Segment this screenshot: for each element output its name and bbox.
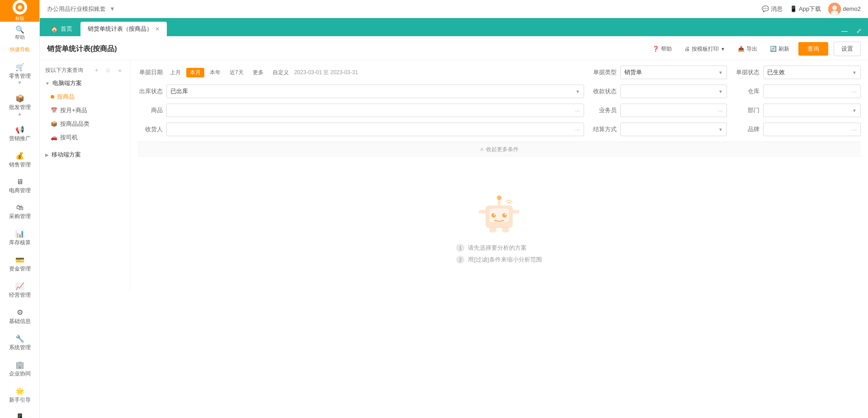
brand-group: 品牌 ··· (734, 123, 861, 136)
page-actions: ❓ 帮助 🖨 按模板打印 ▼ 📤 导出 🔄 刷新 (649, 42, 861, 56)
quick-nav[interactable]: 快捷导航 (0, 44, 39, 55)
warehouse-ellipsis[interactable]: ··· (852, 88, 857, 95)
sidebar-item-marketing[interactable]: 📢 营销推广 (0, 121, 39, 147)
sidebar-item-basic[interactable]: ⚙ 基础信息 (0, 304, 39, 330)
receiver-ellipsis[interactable]: ··· (575, 126, 580, 133)
empty-state: 1 请先选择要分析的方案 2 用[过滤]条件来缩小分析范围 (130, 162, 868, 291)
receiver-label: 收货人 (137, 125, 163, 133)
template-print-btn[interactable]: 🖨 按模板打印 ▼ (681, 43, 729, 55)
sidebar-action-icons: ＋ ☆ « (92, 66, 124, 75)
warehouse-group: 仓库 ··· (734, 85, 861, 98)
salesperson-ellipsis[interactable]: ··· (718, 107, 723, 114)
sidebar-item-operations[interactable]: 📈 经营管理 (0, 277, 39, 304)
refresh-icon: 🔄 (770, 46, 777, 52)
tab-report[interactable]: 销货单统计表（按商品） ✕ (80, 22, 167, 36)
settings-btn[interactable]: 设置 (834, 42, 861, 56)
header-left: 办公用品行业模拟账套 ▼ (47, 5, 115, 13)
sidebar-item-enterprise[interactable]: 🏢 企业协同 (0, 356, 39, 382)
shortcut-more[interactable]: 更多 (249, 68, 267, 77)
dropdown-arrow[interactable]: ▼ (109, 5, 115, 12)
tree-item-by-month-product[interactable]: 📅 按月+商品 (40, 104, 130, 117)
tab-bar: 🏠 首页 销货单统计表（按商品） ✕ — ⤢ (40, 18, 868, 36)
maximize-btn[interactable]: ⤢ (854, 25, 864, 36)
docstatus-arrow: ▼ (852, 70, 857, 75)
settlement-select[interactable]: ▼ (620, 123, 727, 136)
message-icon: 💬 (762, 5, 769, 12)
shortcut-last-month[interactable]: 上月 (166, 68, 184, 77)
svg-point-7 (491, 213, 496, 218)
shortcut-this-month[interactable]: 本月 (186, 68, 204, 77)
department-select[interactable]: ▼ (763, 104, 861, 117)
docstatus-select[interactable]: 已生效 ▼ (763, 66, 861, 79)
basic-icon: ⚙ (17, 308, 23, 317)
add-scheme-icon[interactable]: ＋ (92, 66, 101, 75)
app-download-btn[interactable]: 📱 App下载 (790, 5, 821, 13)
star-icon[interactable]: ☆ (104, 66, 113, 75)
tree-desktop[interactable]: ▼ 电脑端方案 (40, 76, 130, 90)
outstatus-select[interactable]: 已出库 ▼ (166, 85, 584, 98)
header-right: 💬 消息 📱 App下载 demo2 (762, 3, 861, 15)
tree-item-by-category[interactable]: 📦 按商品品类 (40, 117, 130, 131)
payment-arrow: ▼ (718, 89, 723, 94)
department-group: 部门 ▼ (734, 104, 861, 117)
outstatus-arrow: ▼ (576, 89, 580, 94)
logo-icon (13, 0, 27, 14)
receiver-input[interactable]: ··· (166, 123, 584, 136)
sidebar-item-retail[interactable]: 🛒 零售管理 ▼ (0, 58, 39, 90)
product-label: 商品 (137, 106, 163, 114)
payment-label: 收款状态 (591, 87, 617, 95)
refresh-btn[interactable]: 🔄 刷新 (766, 43, 793, 55)
warehouse-input[interactable]: ··· (763, 85, 861, 98)
brand-input[interactable]: ··· (763, 123, 861, 136)
tree-mobile[interactable]: ▶ 移动端方案 (40, 148, 130, 162)
collapse-bar[interactable]: ∧ 收起更多条件 (137, 142, 861, 157)
sidebar-item-wholesale[interactable]: 📦 批发管理 ▲ (0, 90, 39, 121)
export-btn[interactable]: 📤 导出 (734, 43, 761, 55)
svg-point-10 (505, 214, 506, 215)
salesperson-input[interactable]: ··· (620, 104, 727, 117)
payment-select[interactable]: ▼ (620, 85, 727, 98)
svg-rect-15 (489, 227, 496, 233)
driver-icon: 🚗 (51, 134, 57, 141)
sidebar-item-system[interactable]: 🔧 系统管理 (0, 330, 39, 356)
tip-num-1: 1 (456, 244, 464, 252)
sidebar-item-finance[interactable]: 💳 资金管理 (0, 251, 39, 277)
minimize-btn[interactable]: — (839, 25, 850, 36)
print-dropdown-icon: ▼ (721, 47, 725, 52)
tab-bar-right: — ⤢ (839, 25, 868, 36)
settlement-arrow: ▼ (718, 127, 723, 132)
tree-item-by-product[interactable]: 按商品 (40, 90, 130, 104)
home-icon: 🏠 (51, 26, 58, 33)
help-btn[interactable]: ❓ 帮助 (649, 43, 675, 55)
doctype-select[interactable]: 销货单 ▼ (620, 66, 727, 79)
docstatus-label: 单据状态 (734, 68, 760, 76)
tab-close-btn[interactable]: ✕ (155, 26, 160, 32)
brand-ellipsis[interactable]: ··· (852, 126, 857, 133)
empty-tips: 1 请先选择要分析的方案 2 用[过滤]条件来缩小分析范围 (456, 244, 542, 264)
purchase-icon: 🛍 (16, 204, 24, 212)
industry-name: 办公用品行业模拟账套 (47, 5, 106, 13)
query-btn[interactable]: 查询 (798, 42, 828, 56)
tab-home[interactable]: 🏠 首页 (43, 22, 80, 36)
search-menu[interactable]: 🔍 帮助 (0, 22, 39, 44)
date-shortcuts: 上月 本月 本年 近7天 更多 自定义 2023-03-01 至 2023-03… (166, 68, 584, 77)
tree-expand-icon: ▼ (45, 81, 50, 86)
sidebar-item-inventory[interactable]: 📊 库存核算 (0, 225, 39, 251)
user-menu[interactable]: demo2 (828, 3, 861, 15)
product-input[interactable]: ··· (166, 104, 584, 117)
collapse-sidebar-icon[interactable]: « (115, 66, 124, 75)
shortcut-this-year[interactable]: 本年 (206, 68, 224, 77)
shortcut-custom[interactable]: 自定义 (269, 68, 292, 77)
sidebar-item-sales[interactable]: 💰 销售管理 (0, 147, 39, 173)
sidebar-item-appcenter[interactable]: 📱 应用中心 (0, 408, 39, 418)
product-ellipsis[interactable]: ··· (575, 107, 580, 114)
sidebar-item-purchase[interactable]: 🛍 采购管理 (0, 199, 39, 225)
messages-btn[interactable]: 💬 消息 (762, 5, 783, 13)
department-label: 部门 (734, 106, 760, 114)
sidebar-item-guide[interactable]: 🌟 新手引导 (0, 382, 39, 408)
shortcut-7days[interactable]: 近7天 (226, 68, 247, 77)
sales-icon: 💰 (15, 152, 24, 160)
tree-item-by-driver[interactable]: 🚗 按司机 (40, 131, 130, 144)
sidebar-item-ecommerce[interactable]: 🖥 电商管理 (0, 173, 39, 199)
filter-sidebar: 按以下方案查询 ＋ ☆ « ▼ 电脑端方案 按商品 (40, 60, 130, 291)
